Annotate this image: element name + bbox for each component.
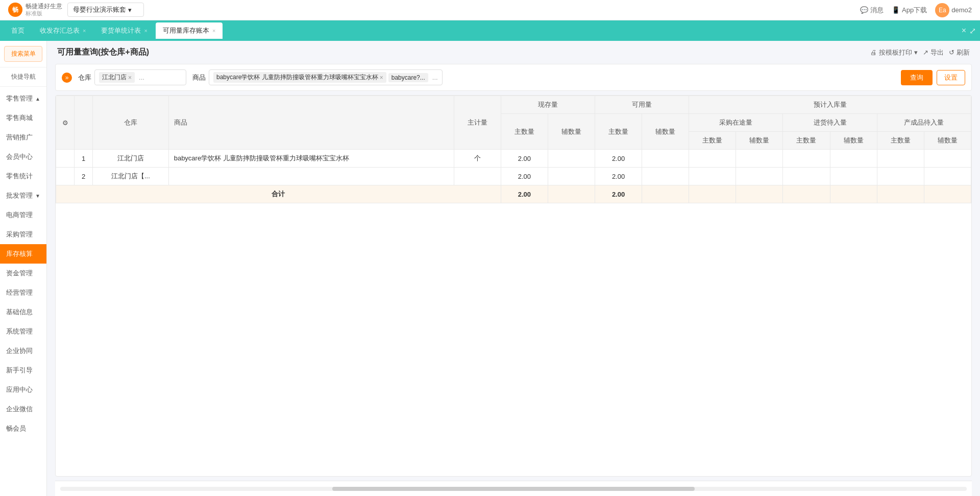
th-warehouse: 仓库 [93,96,169,150]
sidebar-item-operations[interactable]: 经营管理 [0,283,46,302]
sidebar-item-marketing[interactable]: 营销推广 [0,128,46,147]
industry-selector[interactable]: 母婴行业演示账套 ▾ [67,3,144,17]
th-incoming-pending: 进货待入量 [783,114,877,132]
td-stock-main-2: 2.00 [501,168,548,185]
user-profile[interactable]: Ea demo2 [935,3,972,17]
summary-pt-main [689,185,736,203]
sidebar-item-inventory[interactable]: 库存核算 [0,244,46,264]
sidebar-item-finance[interactable]: 资金管理 [0,264,46,283]
td-avail-main-1: 2.00 [595,150,642,168]
search-menu-button[interactable]: 搜索菜单 [4,46,42,62]
sidebar-item-enterprise-collab[interactable]: 企业协同 [0,341,46,361]
td-ip-main-2 [783,168,830,185]
close-all-tabs-icon[interactable]: × [962,26,966,35]
sidebar-section: 零售管理 ▲ 零售商城 营销推广 会员中心 零售统计 批发管理 ▼ 电商管理 [0,87,46,440]
tab-order-stats[interactable]: 要货单统计表 × [94,22,154,39]
sidebar-item-wholesale-mgmt[interactable]: 批发管理 ▼ [0,186,46,205]
summary-avail-aux [642,185,689,203]
remove-product-tag-1-icon[interactable]: × [380,74,383,81]
filter-expand-button[interactable]: » [62,73,72,83]
sidebar-item-retail-mgmt-label: 零售管理 [6,94,33,103]
quick-nav-button[interactable]: 快捷导航 [0,67,46,87]
tab-close-icon[interactable]: × [144,28,147,34]
content-area: 可用量查询(按仓库+商品) 🖨 按模板打印 ▾ ↗ 导出 ↺ 刷新 » [47,41,980,496]
data-table: ⚙ 仓库 商品 主计量 现存量 可用量 预计入库量 主数量 辅数量 主数量 辅数… [56,96,971,203]
td-pp-main-2 [877,168,924,185]
td-gear-2 [56,168,75,185]
sidebar-item-basic-info-label: 基础信息 [6,308,33,317]
refresh-button[interactable]: ↺ 刷新 [949,48,970,57]
print-button[interactable]: 🖨 按模板打印 ▾ [870,48,918,57]
td-avail-main-2: 2.00 [595,168,642,185]
summary-row: 合计 2.00 2.00 [56,185,971,203]
warehouse-filter-input[interactable]: 江北门店 × ... [94,69,186,85]
td-no-2: 2 [75,168,93,185]
td-pp-main-1 [877,150,924,168]
avatar: Ea [935,3,949,17]
sidebar-item-ecommerce-label: 电商管理 [6,210,33,220]
arrow-up-icon: ▲ [35,96,40,102]
export-icon: ↗ [923,49,928,56]
table-row: 1 江北门店 babycare学饮杯 儿童防摔防撞吸管杯重力球吸嘴杯宝宝水杯 个… [56,150,971,168]
sidebar-item-retail-mall[interactable]: 零售商城 [0,108,46,128]
td-warehouse-1: 江北门店 [93,150,169,168]
sidebar-item-retail-stats[interactable]: 零售统计 [0,167,46,186]
sidebar-item-operations-label: 经营管理 [6,288,33,297]
chevron-down-icon: ▾ [914,49,918,56]
sidebar-item-system-mgmt[interactable]: 系统管理 [0,322,46,341]
sidebar-item-member-center-label: 会员中心 [6,152,33,161]
td-unit-1: 个 [454,150,501,168]
sidebar-item-retail-mgmt[interactable]: 零售管理 ▲ [0,89,46,108]
td-pt-main-2 [689,168,736,185]
th-avail-main: 主数量 [595,114,642,150]
th-pp-main: 主数量 [877,132,924,150]
td-pt-aux-2 [736,168,783,185]
th-stock-main: 主数量 [501,114,548,150]
refresh-icon: ↺ [949,49,954,56]
tab-available-stock[interactable]: 可用量库存账本 × [156,22,223,39]
product-tag-2: babycare?... [388,73,428,82]
sidebar-item-new-guide[interactable]: 新手引导 [0,361,46,380]
tab-home-label: 首页 [11,26,24,35]
message-icon: 💬 [860,6,868,14]
setting-button[interactable]: 设置 [937,70,965,85]
product-filter-input[interactable]: babycare学饮杯 儿童防摔防撞吸管杯重力球吸嘴杯宝宝水杯 × babyca… [209,69,443,85]
sidebar: 搜索菜单 快捷导航 零售管理 ▲ 零售商城 营销推广 会员中心 零售统计 批发管… [0,41,47,496]
sidebar-item-member[interactable]: 畅会员 [0,419,46,438]
more-options-icon: ... [139,74,144,81]
query-button[interactable]: 查询 [901,70,933,85]
warehouse-tag: 江北门店 × [99,72,135,83]
app-download-action[interactable]: 📱 App下载 [892,6,927,15]
sidebar-item-purchase[interactable]: 采购管理 [0,225,46,244]
message-action[interactable]: 💬 消息 [860,6,884,15]
sidebar-item-app-center[interactable]: 应用中心 [0,380,46,399]
sidebar-item-member-center[interactable]: 会员中心 [0,147,46,167]
print-icon: 🖨 [870,49,877,56]
table-row: 2 江北门店【... 2.00 2.00 [56,168,971,185]
sidebar-item-enterprise-wechat[interactable]: 企业微信 [0,399,46,419]
th-gear[interactable]: ⚙ [56,96,75,150]
sidebar-item-retail-stats-label: 零售统计 [6,172,33,181]
brand-name: 畅捷通好生意 [26,3,62,10]
summary-ip-main [783,185,830,203]
filter-bar: » 仓库 江北门店 × ... 商品 babycare学饮杯 儿童防摔防撞吸管杯… [55,64,972,91]
app-label: App下载 [902,6,927,15]
td-pt-aux-1 [736,150,783,168]
td-avail-aux-2 [642,168,689,185]
td-ip-aux-2 [830,168,877,185]
td-ip-main-1 [783,150,830,168]
scrollbar-thumb[interactable] [332,487,695,491]
td-no-1: 1 [75,150,93,168]
sidebar-item-ecommerce[interactable]: 电商管理 [0,205,46,225]
tab-home[interactable]: 首页 [4,22,32,39]
sidebar-item-basic-info[interactable]: 基础信息 [0,302,46,322]
horizontal-scrollbar[interactable] [60,487,967,491]
warehouse-filter-label: 仓库 [78,73,91,82]
remove-warehouse-tag-icon[interactable]: × [128,74,132,81]
export-button[interactable]: ↗ 导出 [923,48,944,57]
expand-icon[interactable]: ⤢ [969,26,976,36]
td-ip-aux-1 [830,150,877,168]
tab-receive-summary[interactable]: 收发存汇总表 × [33,22,93,39]
tab-close-icon[interactable]: × [212,28,215,34]
tab-close-icon[interactable]: × [83,28,86,34]
